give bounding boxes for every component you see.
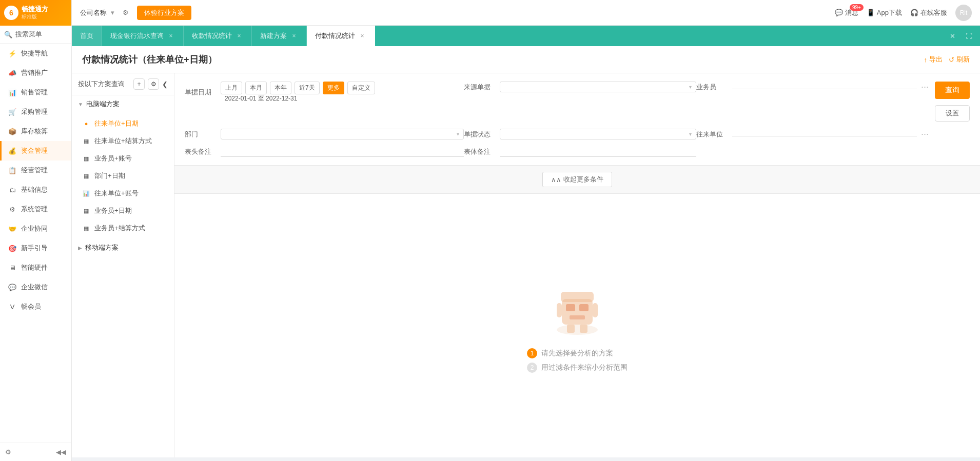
sidebar-item-label: 企业协同 xyxy=(21,224,48,233)
export-btn[interactable]: ↑ 导出 xyxy=(924,55,943,64)
tab-receivable-close[interactable]: × xyxy=(235,32,243,40)
scheme-item-label: 往来单位+账号 xyxy=(94,189,139,198)
company-dropdown-icon[interactable]: ▾ xyxy=(111,9,114,16)
tab-bank-flow[interactable]: 现金银行流水查询 × xyxy=(102,26,184,46)
salesperson-input-area xyxy=(732,85,917,89)
tab-maximize-btn[interactable]: ⛶ xyxy=(962,29,976,43)
sidebar-item-label: 快捷导航 xyxy=(21,49,48,58)
salesperson-more-icon[interactable]: ··· xyxy=(921,82,929,92)
action-bar: ∧∧ 收起更多条件 xyxy=(174,166,980,194)
tab-payment-stats[interactable]: 付款情况统计 × xyxy=(307,26,375,46)
date-btn-more[interactable]: 更多 xyxy=(323,82,344,94)
date-btn-this-month[interactable]: 本月 xyxy=(245,82,267,94)
scheme-panel: 按以下方案查询 + ⚙ ❮ ▼ 电脑端方案 ● 往来 xyxy=(72,73,174,457)
date-btn-custom[interactable]: 自定义 xyxy=(347,82,375,94)
scheme-group-desktop: ▼ 电脑端方案 ● 往来单位+日期 ▦ 往来单位+结算方式 ▦ xyxy=(72,95,174,239)
sidebar-item-capital[interactable]: 💰 资金管理 xyxy=(0,141,71,161)
refresh-btn[interactable]: ↺ 刷新 xyxy=(949,55,970,64)
sidebar-item-enterprise[interactable]: 🤝 企业协同 xyxy=(0,219,71,238)
table-header-note-input[interactable] xyxy=(221,147,464,157)
tab-new-scheme-close[interactable]: × xyxy=(290,32,298,40)
date-btn-this-year[interactable]: 本年 xyxy=(270,82,291,94)
sidebar-item-quick-nav[interactable]: ⚡ 快捷导航 xyxy=(0,44,71,63)
svg-point-0 xyxy=(557,325,598,335)
sidebar-item-wechat[interactable]: 💬 企业微信 xyxy=(0,277,71,297)
marketing-icon: 📣 xyxy=(8,68,17,77)
scheme-item-counterpart-account[interactable]: 📊 往来单位+账号 xyxy=(72,185,174,202)
tab-bank-flow-close[interactable]: × xyxy=(167,32,175,40)
scheme-table-icon2: ▦ xyxy=(82,154,90,163)
app-logo: 6 xyxy=(4,6,18,20)
scheme-collapse-btn[interactable]: ❮ xyxy=(162,81,168,88)
scheme-item-counterpart-date[interactable]: ● 往来单位+日期 xyxy=(72,115,174,132)
svg-rect-7 xyxy=(567,325,575,333)
svg-rect-1 xyxy=(562,299,593,325)
table-body-note-input[interactable] xyxy=(500,147,696,157)
online-service-btn[interactable]: 🎧 在线客服 xyxy=(910,8,947,17)
svg-rect-4 xyxy=(570,315,585,319)
source-select[interactable]: ▾ xyxy=(500,82,696,92)
date-btn-last-month[interactable]: 上月 xyxy=(221,82,242,94)
filter-dept-section: 部门 ▾ xyxy=(185,129,464,139)
empty-tips: 1 请先选择要分析的方案 2 用过滤条件来缩小分析范围 xyxy=(527,348,628,373)
tab-payment-stats-close[interactable]: × xyxy=(358,32,366,40)
filter-row-3: 表头备注 表体备注 xyxy=(185,147,970,157)
filter-docstatus-section: 单据状态 ▾ xyxy=(464,129,696,139)
filter-area: 单据日期 上月 本月 本年 近7天 更多 自定义 xyxy=(174,73,980,457)
tab-close-all-btn[interactable]: ✕ xyxy=(945,29,959,43)
table-header-note-label: 表头备注 xyxy=(185,147,221,156)
sidebar-item-label: 库存核算 xyxy=(21,127,48,136)
topbar-settings-icon[interactable]: ⚙ xyxy=(119,6,133,20)
sidebar-item-marketing[interactable]: 📣 营销推广 xyxy=(0,63,71,83)
docstatus-select[interactable]: ▾ xyxy=(500,129,696,139)
user-avatar[interactable]: Rit xyxy=(955,5,972,21)
scheme-table-icon5: ▦ xyxy=(82,224,90,232)
filter-settings-btn[interactable]: 设置 xyxy=(935,105,970,122)
sidebar-item-smart-hw[interactable]: 🖥 智能硬件 xyxy=(0,258,71,277)
scheme-item-counterpart-settle[interactable]: ▦ 往来单位+结算方式 xyxy=(72,132,174,150)
scheme-add-btn[interactable]: + xyxy=(133,78,145,90)
sidebar-item-sales[interactable]: 📊 销售管理 xyxy=(0,83,71,102)
sidebar-item-sys-manage[interactable]: ⚙ 系统管理 xyxy=(0,199,71,219)
scheme-item-salesperson-account[interactable]: ▦ 业务员+账号 xyxy=(72,150,174,167)
tab-receivable[interactable]: 收款情况统计 × xyxy=(184,26,252,46)
trial-btn[interactable]: 体验行业方案 xyxy=(137,6,191,20)
scheme-group-desktop-header[interactable]: ▼ 电脑端方案 xyxy=(72,95,174,113)
sidebar-item-basic-info[interactable]: 🗂 基础信息 xyxy=(0,180,71,199)
sidebar-item-member[interactable]: V 畅会员 xyxy=(0,297,71,316)
counterpart-more-icon[interactable]: ··· xyxy=(921,129,929,139)
source-label: 来源单据 xyxy=(464,83,500,92)
sidebar-item-operations[interactable]: 📋 经营管理 xyxy=(0,161,71,180)
scheme-item-salesperson-settle[interactable]: ▦ 业务员+结算方式 xyxy=(72,219,174,237)
footer-settings-icon[interactable]: ⚙ xyxy=(5,448,11,456)
app-download-btn[interactable]: 📱 App下载 xyxy=(867,8,902,17)
filter-table-body-note-section: 表体备注 xyxy=(464,147,696,157)
date-controls: 上月 本月 本年 近7天 更多 自定义 2022-01-01 至 2022-12… xyxy=(221,82,375,103)
enterprise-icon: 🤝 xyxy=(8,224,17,233)
empty-tip-1: 1 请先选择要分析的方案 xyxy=(527,348,628,358)
sidebar-item-label: 资金管理 xyxy=(21,146,48,155)
logo-icon: 6 xyxy=(9,9,13,17)
collapse-more-btn[interactable]: ∧∧ 收起更多条件 xyxy=(542,172,612,187)
query-btn[interactable]: 查询 xyxy=(935,82,970,99)
tab-home[interactable]: 首页 xyxy=(72,26,102,46)
scheme-settings-btn[interactable]: ⚙ xyxy=(148,78,159,90)
message-btn[interactable]: 💬 消息 99+ xyxy=(835,8,858,17)
sidebar-item-newbie[interactable]: 🎯 新手引导 xyxy=(0,238,71,258)
sidebar-item-purchase[interactable]: 🛒 采购管理 xyxy=(0,102,71,122)
date-btn-7days[interactable]: 近7天 xyxy=(295,82,320,94)
scheme-header: 按以下方案查询 + ⚙ ❮ xyxy=(72,73,174,95)
sidebar-brand: 畅捷通方 标准版 xyxy=(22,5,48,21)
search-menu[interactable]: 🔍 搜索菜单 xyxy=(0,26,71,44)
message-icon: 💬 xyxy=(835,9,843,16)
operations-icon: 📋 xyxy=(8,166,17,175)
sidebar-item-inventory[interactable]: 📦 库存核算 xyxy=(0,122,71,141)
tab-new-scheme[interactable]: 新建方案 × xyxy=(252,26,307,46)
footer-collapse-icon[interactable]: ◀◀ xyxy=(56,448,66,456)
scheme-group-mobile-header[interactable]: ▶ 移动端方案 xyxy=(72,239,174,256)
scheme-item-salesperson-date[interactable]: ▦ 业务员+日期 xyxy=(72,202,174,219)
content-area: 按以下方案查询 + ⚙ ❮ ▼ 电脑端方案 ● 往来 xyxy=(72,73,980,457)
scheme-item-dept-date[interactable]: ▦ 部门+日期 xyxy=(72,167,174,185)
dept-select[interactable]: ▾ xyxy=(221,129,464,139)
sys-manage-icon: ⚙ xyxy=(8,205,17,214)
